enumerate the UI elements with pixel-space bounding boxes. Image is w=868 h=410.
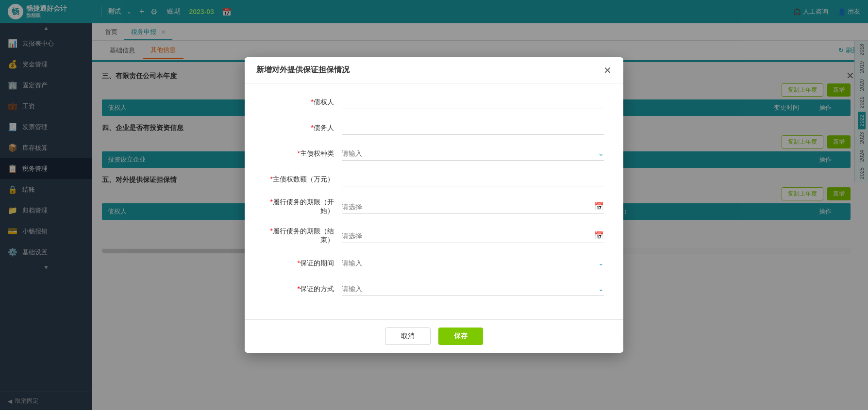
period-start-input[interactable] xyxy=(342,200,594,213)
modal-title: 新增对外提供保证担保情况 xyxy=(256,65,350,75)
guarantee-method-dropdown-icon[interactable]: ⌄ xyxy=(598,285,604,293)
claim-type-dropdown-icon[interactable]: ⌄ xyxy=(598,149,604,157)
form-row-guarantee-period: *保证的期间 ⌄ xyxy=(264,256,604,270)
form-row-period-start: *履行债务的期限（开始） 📅 xyxy=(264,198,604,215)
debtor-label: *债务人 xyxy=(264,124,342,132)
period-start-label: *履行债务的期限（开始） xyxy=(264,198,342,215)
form-row-claim-amount: *主债权数额（万元） xyxy=(264,172,604,186)
period-end-label: *履行债务的期限（结束） xyxy=(264,227,342,245)
claim-amount-label: *主债权数额（万元） xyxy=(264,175,342,184)
creditor-label: *债权人 xyxy=(264,98,342,107)
guarantee-method-input[interactable] xyxy=(342,282,598,295)
debtor-input[interactable] xyxy=(342,121,604,135)
guarantee-period-dropdown-icon[interactable]: ⌄ xyxy=(598,259,604,267)
modal-overlay: 新增对外提供保证担保情况 ✕ *债权人 *债务人 *主债权种类 xyxy=(0,0,868,410)
period-end-input[interactable] xyxy=(342,229,594,243)
claim-type-label: *主债权种类 xyxy=(264,149,342,158)
guarantee-method-label: *保证的方式 xyxy=(264,285,342,294)
form-row-guarantee-method: *保证的方式 ⌄ xyxy=(264,282,604,296)
save-button[interactable]: 保存 xyxy=(438,328,483,345)
period-end-calendar-icon[interactable]: 📅 xyxy=(594,231,604,240)
modal: 新增对外提供保证担保情况 ✕ *债权人 *债务人 *主债权种类 xyxy=(245,57,623,353)
guarantee-period-select-wrapper: ⌄ xyxy=(342,256,604,270)
form-row-claim-type: *主债权种类 ⌄ xyxy=(264,147,604,161)
period-start-date-wrapper: 📅 xyxy=(342,200,604,214)
claim-type-input[interactable] xyxy=(342,147,598,160)
cancel-button[interactable]: 取消 xyxy=(385,328,431,345)
guarantee-period-label: *保证的期间 xyxy=(264,259,342,268)
modal-body: *债权人 *债务人 *主债权种类 ⌄ xyxy=(245,83,623,319)
form-row-debtor: *债务人 xyxy=(264,121,604,135)
claim-type-select-wrapper: ⌄ xyxy=(342,147,604,161)
modal-close-button[interactable]: ✕ xyxy=(603,66,612,75)
guarantee-method-select-wrapper: ⌄ xyxy=(342,282,604,296)
creditor-input[interactable] xyxy=(342,95,604,109)
period-start-calendar-icon[interactable]: 📅 xyxy=(594,202,604,211)
period-end-date-wrapper: 📅 xyxy=(342,229,604,243)
form-row-creditor: *债权人 xyxy=(264,95,604,109)
modal-header: 新增对外提供保证担保情况 ✕ xyxy=(245,57,623,83)
guarantee-period-input[interactable] xyxy=(342,256,598,270)
form-row-period-end: *履行债务的期限（结束） 📅 xyxy=(264,227,604,245)
claim-amount-input[interactable] xyxy=(342,172,604,186)
modal-footer: 取消 保存 xyxy=(245,319,623,353)
